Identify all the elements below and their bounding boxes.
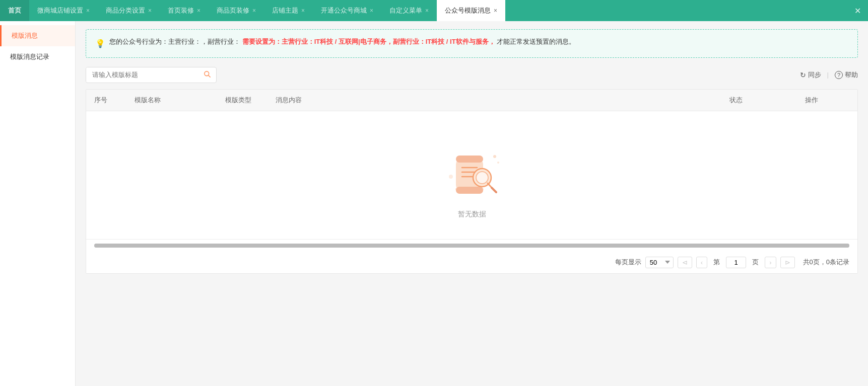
th-seq-label: 序号 [94, 96, 107, 104]
close-all-button[interactable]: ✕ [847, 6, 868, 16]
nav-tab-shop-theme[interactable]: 店铺主题 × [264, 0, 313, 21]
page-size-label: 每页显示 [615, 258, 641, 267]
notice-text-suffix: 才能正常发送预置的消息。 [497, 38, 575, 45]
svg-rect-5 [456, 187, 483, 194]
nav-tab-shop-theme-label: 店铺主题 [272, 6, 298, 15]
sidebar-item-template-message[interactable]: 模版消息 [0, 25, 75, 46]
svg-point-13 [493, 155, 496, 158]
empty-illustration [442, 141, 502, 202]
th-action: 操作 [797, 90, 857, 111]
search-box [86, 67, 217, 83]
nav-tab-product-decor-label: 商品页装修 [217, 6, 249, 15]
th-content-label: 消息内容 [276, 96, 302, 104]
nav-tab-home[interactable]: 首页 [0, 0, 29, 21]
th-type: 模版类型 [217, 90, 268, 111]
nav-tab-home-decor-label: 首页装修 [168, 6, 194, 15]
nav-tab-wshop-label: 微商城店铺设置 [37, 6, 83, 15]
nav-tab-wshop-close[interactable]: × [86, 7, 90, 14]
content-area: 💡 您的公众号行业为：主营行业：，副营行业： 需要设置为：主营行业：IT科技 /… [76, 21, 868, 386]
nav-tab-product-decor-close[interactable]: × [252, 7, 256, 14]
search-input[interactable] [86, 67, 198, 82]
empty-text: 暂无数据 [458, 210, 486, 219]
pagination: 每页显示 10 20 50 100 ⊲ ‹ 第 页 › ⊳ 共0页，0条记录 [86, 252, 857, 273]
scroll-bar-area [86, 239, 857, 252]
nav-tab-wshop-setting[interactable]: 微商城店铺设置 × [29, 0, 98, 21]
page-unit: 页 [752, 258, 759, 267]
page-number-input[interactable] [726, 257, 746, 268]
nav-tab-shop-theme-close[interactable]: × [301, 7, 305, 14]
th-content: 消息内容 [268, 90, 721, 111]
nav-tab-home-decor[interactable]: 首页装修 × [160, 0, 209, 21]
nav-tab-category-label: 商品分类设置 [106, 6, 145, 15]
nav-tab-open-mall-label: 开通公众号商城 [321, 6, 367, 15]
th-status: 状态 [721, 90, 797, 111]
toolbar: ↻ 同步 | ? 帮助 [86, 67, 858, 83]
svg-point-10 [476, 172, 488, 184]
th-action-label: 操作 [805, 96, 818, 104]
notice-icon: 💡 [95, 37, 105, 50]
toolbar-right: ↻ 同步 | ? 帮助 [800, 70, 858, 80]
empty-state: 暂无数据 [86, 111, 857, 239]
th-name-label: 模版名称 [135, 96, 161, 104]
nav-tab-home-label: 首页 [8, 6, 21, 15]
page-word: 第 [713, 258, 720, 267]
nav-tab-product-decor[interactable]: 商品页装修 × [209, 0, 264, 21]
svg-point-15 [449, 175, 453, 179]
nav-tab-category-close[interactable]: × [148, 7, 152, 14]
table-header: 序号 模版名称 模版类型 消息内容 状态 操作 [86, 90, 857, 111]
notice-text-prefix: 您的公众号行业为：主营行业：，副营行业： [109, 38, 240, 45]
nav-tab-template-msg[interactable]: 公众号模版消息 × [437, 0, 505, 21]
nav-tab-template-msg-label: 公众号模版消息 [445, 6, 491, 15]
th-seq: 序号 [86, 90, 126, 111]
horizontal-scrollbar[interactable] [94, 244, 849, 248]
data-table: 序号 模版名称 模版类型 消息内容 状态 操作 [86, 89, 858, 274]
last-page-button[interactable]: ⊳ [780, 257, 795, 268]
sync-button[interactable]: ↻ 同步 [800, 70, 821, 80]
notice-text: 您的公众号行业为：主营行业：，副营行业： 需要设置为：主营行业：IT科技 / 互… [109, 37, 575, 47]
sidebar-item-template-record-label: 模版消息记录 [10, 53, 49, 60]
nav-tab-category-setting[interactable]: 商品分类设置 × [98, 0, 160, 21]
prev-page-button[interactable]: ‹ [696, 257, 707, 268]
nav-tab-open-mall[interactable]: 开通公众号商城 × [313, 0, 381, 21]
empty-text-label: 暂无数据 [458, 210, 486, 218]
th-type-label: 模版类型 [225, 96, 251, 104]
help-button[interactable]: ? 帮助 [835, 70, 858, 80]
th-status-label: 状态 [729, 96, 743, 104]
nav-tab-template-msg-close[interactable]: × [494, 7, 497, 14]
svg-line-1 [209, 75, 210, 76]
sidebar-item-template-record[interactable]: 模版消息记录 [0, 46, 75, 67]
nav-tab-home-decor-close[interactable]: × [197, 7, 201, 14]
nav-tab-custom-menu-close[interactable]: × [425, 7, 429, 14]
scrollbar-thumb[interactable] [94, 244, 849, 248]
page-size-select[interactable]: 10 20 50 100 [645, 257, 674, 268]
notice-box: 💡 您的公众号行业为：主营行业：，副营行业： 需要设置为：主营行业：IT科技 /… [86, 29, 858, 58]
sync-icon: ↻ [800, 71, 806, 79]
notice-highlight: 需要设置为：主营行业：IT科技 / 互联网|电子商务，副营行业：IT科技 / I… [242, 38, 495, 45]
svg-point-14 [497, 162, 499, 164]
th-name: 模版名称 [126, 90, 217, 111]
sync-label: 同步 [808, 70, 821, 80]
first-page-button[interactable]: ⊲ [678, 257, 692, 268]
sidebar-item-template-message-label: 模版消息 [12, 32, 38, 39]
svg-line-12 [492, 188, 496, 192]
nav-tab-custom-menu[interactable]: 自定义菜单 × [381, 0, 437, 21]
total-info: 共0页，0条记录 [803, 258, 849, 267]
nav-tab-open-mall-close[interactable]: × [370, 7, 373, 14]
next-page-button[interactable]: › [765, 257, 776, 268]
top-navigation: 首页 微商城店铺设置 × 商品分类设置 × 首页装修 × 商品页装修 × 店铺主… [0, 0, 868, 21]
main-layout: 模版消息 模版消息记录 💡 您的公众号行业为：主营行业：，副营行业： 需要设置为… [0, 21, 868, 386]
help-icon: ? [835, 71, 843, 79]
nav-tab-custom-menu-label: 自定义菜单 [389, 6, 422, 15]
sidebar: 模版消息 模版消息记录 [0, 21, 76, 386]
help-label: 帮助 [845, 70, 858, 80]
search-button[interactable] [198, 67, 216, 83]
toolbar-divider: | [827, 71, 829, 79]
svg-rect-4 [456, 156, 483, 163]
